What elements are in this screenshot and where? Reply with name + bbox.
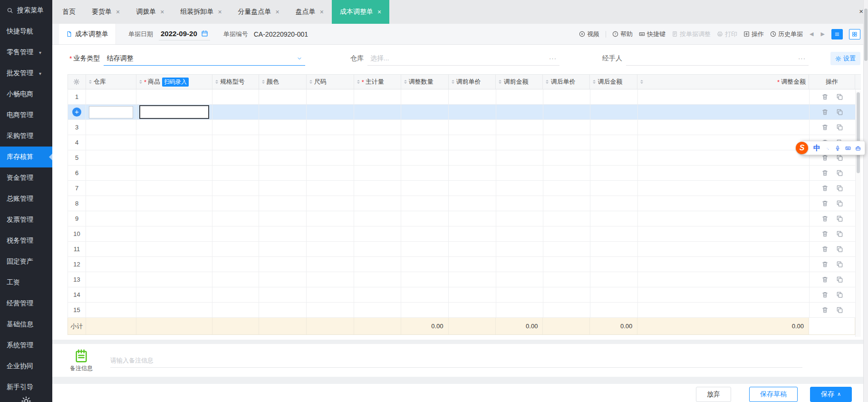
cell-color[interactable] xyxy=(259,181,307,196)
close-tab-icon[interactable]: × xyxy=(116,8,120,16)
column-header-adj-amount[interactable]: *调整金额 xyxy=(637,75,809,89)
cell-post-price[interactable] xyxy=(543,150,590,165)
column-header-product[interactable]: *商品扫码录入 xyxy=(136,75,212,89)
sogou-logo-icon[interactable]: S xyxy=(796,142,808,154)
cell-adj-amount[interactable] xyxy=(638,105,810,119)
column-header-pre-amount[interactable]: 调前金额 xyxy=(496,75,543,89)
cell-pre-amount[interactable] xyxy=(496,226,543,241)
column-header-warehouse[interactable]: 仓库 xyxy=(86,75,136,89)
cell-spec[interactable] xyxy=(212,150,259,165)
cell-color[interactable] xyxy=(259,150,307,165)
cell-post-price[interactable] xyxy=(543,211,590,226)
add-row-button[interactable]: + xyxy=(72,108,81,117)
cell-product[interactable] xyxy=(136,89,212,104)
cell-adj-amount[interactable] xyxy=(638,120,810,135)
cell-warehouse[interactable] xyxy=(86,287,136,302)
cell-size[interactable] xyxy=(307,257,354,272)
cell-size[interactable] xyxy=(307,272,354,287)
cell-product[interactable] xyxy=(136,105,212,119)
cell-product[interactable] xyxy=(136,257,212,272)
delete-row-icon[interactable] xyxy=(821,215,829,222)
cell-spec[interactable] xyxy=(212,257,259,272)
cell-main-unit[interactable] xyxy=(354,105,401,119)
cell-adj-amount[interactable] xyxy=(638,242,810,256)
cell-product[interactable] xyxy=(136,303,212,317)
cell-spec[interactable] xyxy=(212,242,259,256)
cell-pre-price[interactable] xyxy=(449,150,496,165)
cell-warehouse[interactable] xyxy=(86,89,136,104)
cell-post-amount[interactable] xyxy=(590,135,638,150)
table-scrollbar-thumb[interactable] xyxy=(857,92,860,173)
sidebar-item-fixed-assets[interactable]: 固定资产 xyxy=(0,251,52,272)
cell-warehouse[interactable] xyxy=(86,303,136,317)
cell-post-price[interactable] xyxy=(543,89,590,104)
product-cell-input[interactable] xyxy=(139,105,209,119)
cell-adj-amount[interactable] xyxy=(638,89,810,104)
cell-adj-qty[interactable] xyxy=(401,89,449,104)
save-draft-button[interactable]: 保存草稿 xyxy=(749,387,798,402)
cell-main-unit[interactable] xyxy=(354,257,401,272)
page-scrollbar[interactable] xyxy=(863,0,868,402)
cell-pre-amount[interactable] xyxy=(496,287,543,302)
cell-adj-amount[interactable] xyxy=(638,150,810,165)
cell-adj-qty[interactable] xyxy=(401,166,449,180)
cell-main-unit[interactable] xyxy=(354,89,401,104)
copy-row-icon[interactable] xyxy=(836,154,843,161)
cell-main-unit[interactable] xyxy=(354,196,401,211)
cell-post-price[interactable] xyxy=(543,105,590,119)
cell-spec[interactable] xyxy=(212,135,259,150)
cell-post-amount[interactable] xyxy=(590,105,638,119)
cell-main-unit[interactable] xyxy=(354,242,401,256)
cell-post-price[interactable] xyxy=(543,272,590,287)
cell-spec[interactable] xyxy=(212,272,259,287)
copy-row-icon[interactable] xyxy=(836,276,843,283)
delete-row-icon[interactable] xyxy=(821,306,829,314)
cell-spec[interactable] xyxy=(212,120,259,135)
grid-view-button[interactable] xyxy=(849,29,860,39)
column-header-spec[interactable]: 规格型号 xyxy=(212,75,259,89)
cell-adj-amount[interactable] xyxy=(638,166,810,180)
cell-post-amount[interactable] xyxy=(590,150,638,165)
close-tab-icon[interactable]: × xyxy=(218,8,222,16)
delete-row-icon[interactable] xyxy=(821,124,829,131)
cell-pre-price[interactable] xyxy=(449,242,496,256)
copy-row-icon[interactable] xyxy=(836,230,843,237)
cell-main-unit[interactable] xyxy=(354,272,401,287)
calendar-icon[interactable] xyxy=(201,30,208,37)
cell-adj-qty[interactable] xyxy=(401,196,449,211)
cell-adj-amount[interactable] xyxy=(638,272,810,287)
cell-warehouse[interactable] xyxy=(86,226,136,241)
prev-doc-icon[interactable]: ◀ xyxy=(809,31,814,37)
warehouse-cell-input[interactable] xyxy=(89,106,133,118)
ime-mode-icon[interactable]: 中 xyxy=(813,144,820,153)
copy-row-icon[interactable] xyxy=(836,93,843,100)
close-tab-icon[interactable]: × xyxy=(276,8,280,16)
table-scrollbar[interactable] xyxy=(855,91,861,337)
cell-adj-qty[interactable] xyxy=(401,242,449,256)
column-header-size[interactable]: 尺码 xyxy=(307,75,354,89)
cell-adj-amount[interactable] xyxy=(638,287,810,302)
cell-warehouse[interactable] xyxy=(86,150,136,165)
cell-post-price[interactable] xyxy=(543,303,590,317)
cell-pre-amount[interactable] xyxy=(496,150,543,165)
cell-pre-price[interactable] xyxy=(449,257,496,272)
cell-post-price[interactable] xyxy=(543,181,590,196)
cell-main-unit[interactable] xyxy=(354,303,401,317)
sidebar-item-beginner-guide[interactable]: 新手引导 xyxy=(0,377,52,398)
cell-spec[interactable] xyxy=(212,211,259,226)
cell-color[interactable] xyxy=(259,196,307,211)
cell-product[interactable] xyxy=(136,166,212,180)
tool-actions[interactable]: 操作 xyxy=(743,30,764,39)
ime-mic-icon[interactable] xyxy=(835,145,840,152)
cell-post-price[interactable] xyxy=(543,166,590,180)
cell-pre-price[interactable] xyxy=(449,196,496,211)
cell-adj-qty[interactable] xyxy=(401,226,449,241)
cell-post-amount[interactable] xyxy=(590,196,638,211)
close-tab-icon[interactable]: × xyxy=(320,8,324,16)
save-button[interactable]: 保存 ∧ xyxy=(810,387,852,402)
close-tab-icon[interactable]: × xyxy=(160,8,164,16)
tab-home[interactable]: 首页 xyxy=(54,0,84,24)
cell-pre-price[interactable] xyxy=(449,211,496,226)
column-header-color[interactable]: 颜色 xyxy=(259,75,307,89)
sidebar-item-purchase[interactable]: 采购管理 xyxy=(0,126,52,147)
